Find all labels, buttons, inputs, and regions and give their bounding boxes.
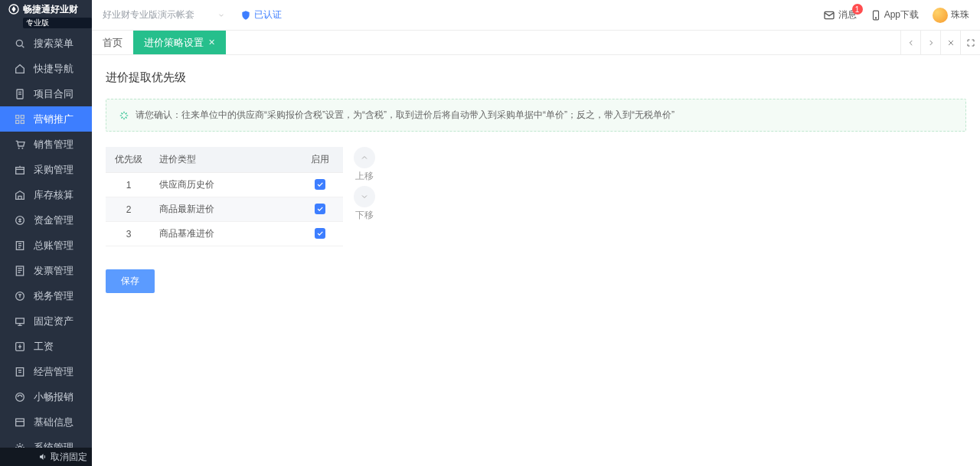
svg-rect-6	[21, 120, 24, 123]
sidebar-item-label: 工资	[34, 340, 54, 354]
sidebar-item-5[interactable]: 采购管理	[0, 157, 92, 182]
move-up-button[interactable]	[354, 147, 375, 168]
svg-rect-3	[16, 115, 19, 118]
sidebar-item-10[interactable]: 税务管理	[0, 283, 92, 308]
sidebar-item-label: 小畅报销	[34, 390, 74, 404]
col-type: 进价类型	[152, 147, 297, 173]
sidebar-item-label: 采购管理	[34, 163, 74, 177]
cell-enable	[297, 222, 343, 246]
sidebar-item-0[interactable]: 搜索菜单	[0, 31, 92, 56]
sidebar-item-label: 经营管理	[34, 365, 74, 379]
svg-point-7	[18, 147, 20, 148]
checkbox-checked-icon[interactable]	[315, 179, 325, 190]
sidebar-item-13[interactable]: 经营管理	[0, 359, 92, 384]
pin-toggle[interactable]: 取消固定	[0, 448, 92, 466]
sidebar-item-label: 系统管理	[34, 441, 74, 448]
messages-badge: 1	[852, 4, 863, 15]
sound-icon	[38, 452, 47, 461]
home-icon	[14, 63, 26, 75]
table-row[interactable]: 3商品基准进价	[106, 222, 343, 246]
brand-logo-icon	[8, 3, 20, 15]
verified-badge[interactable]: 已认证	[240, 8, 282, 21]
sidebar-item-1[interactable]: 快捷导航	[0, 56, 92, 81]
sidebar-item-8[interactable]: 总账管理	[0, 233, 92, 258]
sidebar-item-12[interactable]: 工资	[0, 334, 92, 359]
info-alert: 请您确认：往来单位中的供应商“采购报价含税”设置，为“含税”，取到进价后将自动带…	[106, 99, 966, 132]
tab-next-button[interactable]	[920, 31, 940, 55]
user-menu[interactable]: 珠珠	[933, 8, 969, 23]
svg-rect-18	[16, 419, 24, 425]
col-enable: 启用	[297, 147, 343, 173]
tab-1[interactable]: 进价策略设置✕	[133, 31, 226, 54]
sidebar-item-label: 资金管理	[34, 213, 74, 227]
page-title: 进价提取优先级	[106, 70, 966, 85]
sidebar-item-16[interactable]: 系统管理	[0, 435, 92, 448]
shield-icon	[240, 10, 251, 21]
account-selector[interactable]: 好业财专业版演示帐套	[103, 8, 225, 21]
verified-label: 已认证	[254, 8, 282, 21]
sidebar-item-label: 快捷导航	[34, 62, 74, 76]
search-icon	[14, 37, 26, 50]
alert-text: 请您确认：往来单位中的供应商“采购报价含税”设置，为“含税”，取到进价后将自动带…	[136, 109, 675, 122]
svg-point-19	[18, 446, 21, 448]
move-controls: 上移 下移	[354, 147, 375, 222]
tab-prev-button[interactable]	[900, 31, 920, 55]
chevron-down-icon	[217, 11, 225, 19]
svg-rect-5	[16, 120, 19, 123]
cell-type: 商品最新进价	[152, 197, 297, 222]
base-icon	[14, 416, 26, 429]
user-name: 珠珠	[951, 8, 969, 21]
invoice-icon	[14, 265, 26, 277]
grid-icon	[14, 113, 26, 125]
sidebar-item-14[interactable]: 小畅报销	[0, 384, 92, 409]
brand-edition: 专业版	[23, 18, 92, 28]
sys-icon	[14, 442, 26, 448]
sidebar-item-label: 发票管理	[34, 264, 74, 278]
sidebar-item-label: 项目合同	[34, 87, 74, 101]
fullscreen-button[interactable]	[960, 31, 980, 55]
reimb-icon	[14, 391, 26, 403]
tab-0[interactable]: 首页	[92, 31, 133, 54]
brand-name: 畅捷通好业财	[23, 3, 78, 16]
cell-priority: 2	[106, 197, 152, 222]
cart-icon	[14, 138, 26, 151]
tab-close-all-button[interactable]	[940, 31, 960, 55]
svg-rect-9	[16, 167, 24, 174]
cell-type: 供应商历史价	[152, 173, 297, 197]
priority-table: 优先级 进价类型 启用 1供应商历史价2商品最新进价3商品基准进价	[106, 147, 343, 246]
pin-label: 取消固定	[51, 451, 87, 464]
table-row[interactable]: 2商品最新进价	[106, 197, 343, 222]
sidebar-item-label: 搜索菜单	[34, 37, 74, 51]
account-name: 好业财专业版演示帐套	[103, 8, 194, 21]
cell-type: 商品基准进价	[152, 222, 297, 246]
brand: 畅捷通好业财 专业版	[0, 0, 92, 31]
svg-rect-14	[16, 318, 24, 324]
sidebar-item-15[interactable]: 基础信息	[0, 409, 92, 435]
sidebar-item-7[interactable]: 资金管理	[0, 207, 92, 233]
move-down-button[interactable]	[354, 186, 375, 207]
messages-button[interactable]: 消息 1	[823, 8, 857, 21]
checkbox-checked-icon[interactable]	[315, 204, 325, 214]
save-button[interactable]: 保存	[106, 269, 155, 293]
app-download-label: App下载	[884, 8, 919, 21]
sidebar-item-11[interactable]: 固定资产	[0, 308, 92, 334]
svg-point-1	[16, 40, 22, 46]
sidebar-item-4[interactable]: 销售管理	[0, 132, 92, 157]
table-row[interactable]: 1供应商历史价	[106, 173, 343, 197]
app-download-button[interactable]: App下载	[871, 8, 919, 21]
money-icon	[14, 214, 26, 226]
svg-point-8	[21, 147, 23, 148]
move-up-label: 上移	[355, 170, 374, 183]
sidebar-item-6[interactable]: 库存核算	[0, 182, 92, 207]
sidebar-item-3[interactable]: 营销推广	[0, 106, 92, 132]
checkbox-checked-icon[interactable]	[315, 228, 325, 239]
sidebar-item-9[interactable]: 发票管理	[0, 258, 92, 283]
svg-rect-4	[21, 115, 24, 118]
close-icon[interactable]: ✕	[208, 37, 215, 47]
stock-icon	[14, 189, 26, 201]
sidebar-item-2[interactable]: 项目合同	[0, 81, 92, 106]
tab-strip: 首页进价策略设置✕	[92, 31, 980, 55]
cell-enable	[297, 173, 343, 197]
sidebar-item-label: 库存核算	[34, 188, 74, 202]
topbar: 好业财专业版演示帐套 已认证 消息 1 App下载	[92, 0, 980, 31]
